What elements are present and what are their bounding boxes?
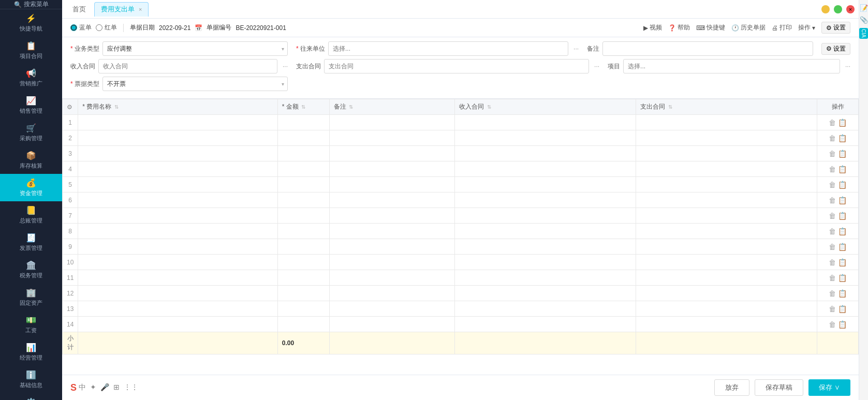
remark-cell[interactable] — [329, 130, 455, 146]
sidebar-item-purchase[interactable]: 🛒采购管理 — [0, 119, 62, 146]
sidebar-item-invoice[interactable]: 🧾发票管理 — [0, 229, 62, 256]
expense-contract-cell[interactable] — [636, 224, 817, 239]
sidebar-item-salary[interactable]: 💵工资 — [0, 311, 62, 338]
expense-contract-cell[interactable] — [636, 146, 817, 161]
row-copy-icon[interactable]: 📋 — [838, 118, 847, 127]
red-radio-label[interactable]: 红单 — [96, 23, 117, 32]
expense-name-cell[interactable] — [78, 130, 277, 146]
income-contract-cell[interactable] — [455, 270, 636, 286]
sidebar-item-project-contract[interactable]: 📋项目合同 — [0, 37, 62, 64]
sort-icon[interactable]: ⇅ — [668, 104, 672, 110]
expense-contract-cell[interactable] — [636, 255, 817, 270]
ops-btn[interactable]: 操作 ▾ — [798, 23, 815, 32]
row-delete-icon[interactable]: 🗑 — [829, 181, 836, 189]
row-copy-icon[interactable]: 📋 — [838, 289, 847, 298]
expense-name-cell[interactable] — [78, 224, 277, 239]
income-contract-cell[interactable] — [455, 115, 636, 130]
row-delete-icon[interactable]: 🗑 — [829, 243, 836, 251]
row-delete-icon[interactable]: 🗑 — [829, 212, 836, 220]
remark-cell[interactable] — [329, 224, 455, 239]
right-panel-icon2[interactable]: 📎 — [860, 16, 868, 24]
income-contract-cell[interactable] — [455, 161, 636, 177]
row-copy-icon[interactable]: 📋 — [838, 134, 847, 142]
right-panel-badge[interactable]: CIA — [859, 28, 868, 39]
sidebar-item-ops[interactable]: 📊经营管理 — [0, 338, 62, 366]
row-delete-icon[interactable]: 🗑 — [829, 196, 836, 204]
remark-cell[interactable] — [329, 301, 455, 317]
row-delete-icon[interactable]: 🗑 — [829, 150, 836, 158]
biz-type-select-wrapper[interactable]: 应付调整 ▾ — [102, 41, 288, 56]
income-contract-cell[interactable] — [455, 255, 636, 270]
amount-cell[interactable] — [277, 177, 329, 192]
expense-contract-input[interactable] — [324, 59, 589, 73]
income-contract-cell[interactable] — [455, 317, 636, 332]
amount-cell[interactable] — [277, 115, 329, 130]
save-btn[interactable]: 保存 ∨ — [808, 379, 850, 396]
remark-cell[interactable] — [329, 161, 455, 177]
blue-radio-label[interactable]: 蓝单 — [70, 23, 92, 32]
row-delete-icon[interactable]: 🗑 — [829, 274, 836, 282]
window-close-btn[interactable]: × — [846, 5, 855, 13]
tab-expense[interactable]: 费用支出单 × — [94, 2, 149, 17]
amount-cell[interactable] — [277, 192, 329, 208]
right-panel-icon1[interactable]: 📝 — [860, 4, 868, 12]
project-input[interactable] — [623, 59, 840, 73]
row-delete-icon[interactable]: 🗑 — [829, 134, 836, 142]
income-contract-dots-btn[interactable]: ··· — [283, 63, 288, 70]
sidebar-item-marketing[interactable]: 📢营销推广 — [0, 64, 62, 92]
remark-cell[interactable] — [329, 286, 455, 301]
footer-icon5[interactable]: ⋮⋮ — [124, 383, 138, 392]
expense-contract-cell[interactable] — [636, 130, 817, 146]
expense-contract-cell[interactable] — [636, 317, 817, 332]
expense-contract-cell[interactable] — [636, 286, 817, 301]
income-contract-cell[interactable] — [455, 177, 636, 192]
row-copy-icon[interactable]: 📋 — [838, 212, 847, 220]
amount-cell[interactable] — [277, 146, 329, 161]
settings-btn[interactable]: ⚙ 设置 — [821, 22, 850, 34]
video-btn[interactable]: ▶ 视频 — [643, 23, 662, 32]
amount-cell[interactable] — [277, 208, 329, 224]
amount-cell[interactable] — [277, 255, 329, 270]
biz-type-select[interactable]: 应付调整 — [107, 45, 283, 52]
blue-radio-input[interactable] — [70, 24, 77, 31]
row-copy-icon[interactable]: 📋 — [838, 320, 847, 329]
expense-name-cell[interactable] — [78, 317, 277, 332]
sort-icon[interactable]: ⇅ — [349, 104, 353, 110]
expense-name-cell[interactable] — [78, 286, 277, 301]
partner-input[interactable] — [328, 41, 568, 56]
calendar-icon[interactable]: 📅 — [195, 24, 202, 32]
partner-dots-btn[interactable]: ··· — [573, 45, 579, 52]
remark-cell[interactable] — [329, 146, 455, 161]
th-gear[interactable]: ⚙ — [63, 99, 78, 115]
sidebar-item-basic-info[interactable]: ℹ️基础信息 — [0, 366, 62, 393]
amount-cell[interactable] — [277, 317, 329, 332]
window-minimize-btn[interactable] — [821, 5, 830, 13]
row-copy-icon[interactable]: 📋 — [838, 196, 847, 204]
row-delete-icon[interactable]: 🗑 — [829, 305, 836, 313]
form-settings-btn[interactable]: ⚙ 设置 — [821, 43, 850, 55]
footer-icon1[interactable]: 中 — [79, 383, 86, 392]
sidebar-item-fixed-assets[interactable]: 🏢固定资产 — [0, 284, 62, 311]
row-delete-icon[interactable]: 🗑 — [829, 289, 836, 298]
remark-cell[interactable] — [329, 317, 455, 332]
amount-cell[interactable] — [277, 161, 329, 177]
expense-contract-cell[interactable] — [636, 115, 817, 130]
expense-contract-cell[interactable] — [636, 161, 817, 177]
remark-cell[interactable] — [329, 177, 455, 192]
income-contract-cell[interactable] — [455, 301, 636, 317]
amount-cell[interactable] — [277, 239, 329, 255]
project-dots-btn[interactable]: ··· — [845, 63, 850, 70]
expense-contract-cell[interactable] — [636, 270, 817, 286]
print-btn[interactable]: 🖨 打印 — [772, 23, 792, 32]
income-contract-cell[interactable] — [455, 146, 636, 161]
sidebar-item-quick-nav[interactable]: ⚡快捷导航 — [0, 9, 62, 37]
amount-cell[interactable] — [277, 286, 329, 301]
red-radio-input[interactable] — [96, 24, 102, 31]
footer-icon4[interactable]: ⊞ — [113, 383, 120, 392]
row-copy-icon[interactable]: 📋 — [838, 274, 847, 282]
row-delete-icon[interactable]: 🗑 — [829, 258, 836, 266]
row-delete-icon[interactable]: 🗑 — [829, 320, 836, 329]
expense-name-cell[interactable] — [78, 270, 277, 286]
expense-contract-dots-btn[interactable]: ··· — [594, 63, 599, 70]
income-contract-cell[interactable] — [455, 224, 636, 239]
